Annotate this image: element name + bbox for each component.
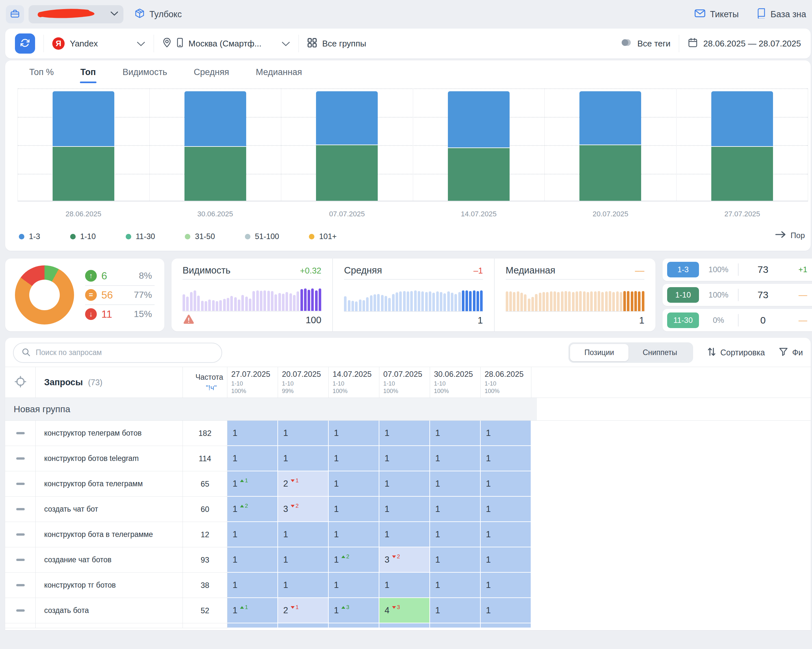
position-cell[interactable]: 1 [379, 471, 430, 497]
tab-топ-[interactable]: Топ % [29, 61, 55, 83]
position-cell[interactable]: 1 [481, 547, 531, 573]
refresh-button[interactable] [15, 34, 35, 53]
stacked-bar[interactable] [580, 91, 641, 201]
date-range-picker[interactable]: 28.06.2025 — 28.07.2025 [688, 37, 801, 50]
position-cell[interactable]: 1 [329, 446, 379, 471]
position-cell[interactable]: 1 [481, 421, 531, 446]
position-cell[interactable]: 1 [430, 522, 481, 547]
position-cell[interactable]: 1 [379, 573, 430, 598]
legend-item-101+[interactable]: 101+ [309, 232, 336, 241]
queries-column-header[interactable]: Запросы (73) [36, 367, 183, 398]
top-range-row-1-3[interactable]: 1-3100%73+1 [662, 258, 812, 281]
projects-button[interactable] [6, 5, 24, 23]
top-range-row-1-10[interactable]: 1-10100%73–– [662, 284, 812, 306]
position-cell[interactable]: 1 [379, 421, 430, 446]
position-cell[interactable]: 1 [329, 421, 379, 446]
position-cell[interactable]: 12 [329, 547, 379, 573]
drag-handle[interactable] [5, 598, 36, 623]
search-engine-selector[interactable]: Я Yandex [52, 37, 145, 50]
position-cell[interactable]: 1 [430, 547, 481, 573]
tab-видимость[interactable]: Видимость [122, 61, 168, 83]
position-cell[interactable]: 1 [481, 471, 531, 497]
query-cell[interactable]: конструктор бота телеграмм [36, 471, 183, 497]
position-cell[interactable] [481, 623, 531, 628]
position-cell[interactable]: 1 [430, 497, 481, 522]
query-cell[interactable]: создать чат бот [36, 497, 183, 522]
stacked-bar[interactable] [711, 91, 773, 201]
query-cell[interactable]: создание чат ботов [36, 547, 183, 573]
tab-медианная[interactable]: Медианная [255, 61, 303, 83]
position-cell[interactable]: 1 [430, 446, 481, 471]
drag-handle[interactable] [5, 522, 36, 547]
query-cell[interactable]: создать бота [36, 598, 183, 623]
frequency-column-header[interactable]: Частота "!ч" [183, 367, 227, 398]
drag-handle[interactable] [5, 573, 36, 598]
group-name[interactable]: Новая группа [5, 398, 537, 420]
position-cell[interactable]: 1 [481, 446, 531, 471]
position-cell[interactable]: 1 [278, 573, 329, 598]
project-selector[interactable] [29, 5, 124, 23]
position-cell[interactable]: 1 [227, 446, 278, 471]
position-cell[interactable]: 1 [481, 497, 531, 522]
sort-button[interactable]: Сортировка [707, 347, 765, 359]
position-cell[interactable]: 1 [430, 573, 481, 598]
position-cell[interactable]: 1 [379, 446, 430, 471]
drag-handle[interactable] [5, 421, 36, 446]
legend-item-1-10[interactable]: 1-10 [70, 232, 96, 241]
drag-handle[interactable] [5, 623, 36, 628]
position-cell[interactable] [227, 623, 278, 628]
position-cell[interactable]: 1 [278, 547, 329, 573]
date-column-header[interactable]: 20.07.20251-1099% [278, 367, 329, 398]
legend-item-51-100[interactable]: 51-100 [245, 232, 279, 241]
position-cell[interactable]: 1 [227, 547, 278, 573]
position-cell[interactable]: 1 [481, 522, 531, 547]
drag-handle[interactable] [5, 547, 36, 573]
stacked-bar[interactable] [316, 91, 378, 201]
position-cell[interactable] [430, 623, 481, 628]
position-cell[interactable]: 1 [227, 573, 278, 598]
tags-selector[interactable]: Все теги [620, 38, 670, 50]
position-cell[interactable]: 1 [430, 471, 481, 497]
filter-button[interactable]: Фи [778, 347, 803, 359]
position-cell[interactable]: 1 [227, 522, 278, 547]
position-cell[interactable]: 1 [278, 446, 329, 471]
position-cell[interactable]: 21 [278, 598, 329, 623]
drag-handle[interactable] [5, 446, 36, 471]
legend-more-link[interactable]: Пор [775, 231, 805, 240]
position-cell[interactable]: 1 [278, 522, 329, 547]
position-cell[interactable]: 43 [379, 598, 430, 623]
position-cell[interactable]: 1 [278, 421, 329, 446]
position-cell[interactable]: 12 [227, 497, 278, 522]
position-cell[interactable]: 11 [227, 471, 278, 497]
query-cell[interactable]: конструктор тг ботов [36, 573, 183, 598]
date-column-header[interactable]: 28.06.20251-10100% [481, 367, 531, 398]
warning-icon[interactable] [183, 314, 195, 327]
query-cell[interactable]: конструктор телеграм ботов [36, 421, 183, 446]
tab-топ[interactable]: Топ [80, 61, 97, 83]
date-column-header[interactable]: 14.07.20251-10100% [329, 367, 379, 398]
tab-средняя[interactable]: Средняя [193, 61, 230, 83]
position-cell[interactable]: 1 [430, 598, 481, 623]
groups-selector[interactable]: Все группы [307, 38, 366, 50]
position-cell[interactable]: 1 [379, 522, 430, 547]
position-cell[interactable]: 32 [278, 497, 329, 522]
date-column-header[interactable]: 07.07.20251-10100% [379, 367, 430, 398]
position-cell[interactable]: 1 [227, 421, 278, 446]
target-column-header[interactable] [5, 367, 36, 398]
position-cell[interactable]: 1 [430, 421, 481, 446]
position-cell[interactable] [379, 623, 430, 628]
legend-item-11-30[interactable]: 11-30 [126, 232, 155, 241]
region-selector[interactable]: Москва (Смартф... [162, 37, 290, 50]
drag-handle[interactable] [5, 471, 36, 497]
position-cell[interactable]: 11 [227, 598, 278, 623]
drag-handle[interactable] [5, 497, 36, 522]
position-cell[interactable]: 1 [481, 573, 531, 598]
position-cell[interactable] [278, 623, 329, 628]
position-cell[interactable]: 1 [329, 471, 379, 497]
position-cell[interactable]: 13 [329, 598, 379, 623]
legend-item-31-50[interactable]: 31-50 [185, 232, 215, 241]
position-cell[interactable]: 21 [278, 471, 329, 497]
position-cell[interactable]: 1 [329, 522, 379, 547]
tickets-menu[interactable]: Тикеты [694, 9, 739, 20]
query-cell[interactable] [36, 623, 183, 628]
